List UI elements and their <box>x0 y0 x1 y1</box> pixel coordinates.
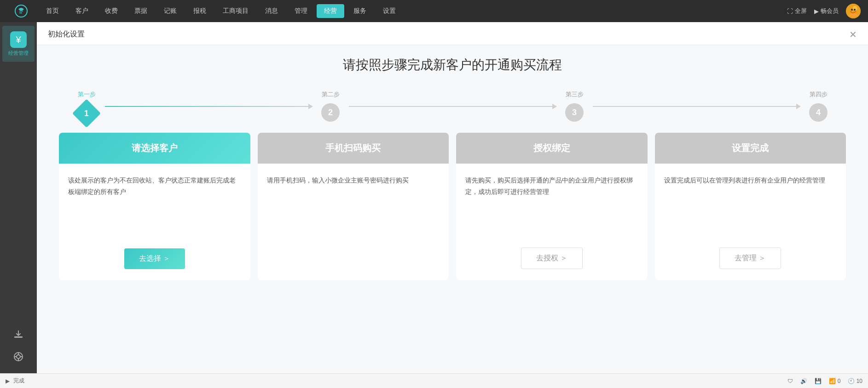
member-icon: ▶ <box>814 8 819 15</box>
card-step4: 设置完成 设置完成后可以在管理列表进行所有企业用户的经营管理 去管理 ＞ <box>655 133 846 280</box>
card3-body: 请先购买，购买后选择开通的产品中的企业用户进行授权绑定，成功后即可进行经营管理 <box>456 164 648 240</box>
page-title: 初始化设置 <box>48 29 85 39</box>
operation-icon: ¥ <box>10 31 27 48</box>
step-4: 第四步 4 <box>800 90 837 122</box>
nav-customer[interactable]: 客户 <box>68 4 96 18</box>
user-avatar[interactable] <box>846 4 861 18</box>
volume-icon: 🔊 <box>800 378 807 384</box>
step-2: 第二步 2 <box>312 90 349 122</box>
card-step1: 请选择客户 该处展示的客户为不在回收站、客户状态正常建账后完成老板端绑定的所有客… <box>59 133 250 280</box>
status-bar-right: 🛡 🔊 💾 📶 0 🕙 10 <box>787 378 862 384</box>
svg-point-4 <box>854 9 856 11</box>
card1-footer: 去选择 ＞ <box>59 241 250 280</box>
app-logo <box>7 4 35 18</box>
card4-footer: 去管理 ＞ <box>655 240 846 280</box>
content-body: 请按照步骤完成新客户的开通购买流程 第一步 1 <box>37 45 868 373</box>
card2-body: 请用手机扫码，输入小微企业主账号密码进行购买 <box>258 164 449 262</box>
svg-rect-5 <box>14 336 23 338</box>
step-3-label: 第三步 <box>566 90 584 99</box>
shield-icon: 🛡 <box>787 378 793 384</box>
step-2-label: 第二步 <box>322 90 340 99</box>
download-icon[interactable] <box>9 325 28 344</box>
svg-point-7 <box>17 355 20 359</box>
member-btn[interactable]: ▶ 畅会员 <box>814 7 839 15</box>
top-navigation: 首页 客户 收费 票据 记账 报税 工商项目 消息 管理 经营 服务 设置 ⛶ … <box>0 0 868 22</box>
nav-message[interactable]: 消息 <box>258 4 285 18</box>
step-line-1 <box>105 106 312 107</box>
step-4-circle: 4 <box>809 103 827 122</box>
logo-icon <box>14 4 29 18</box>
step-4-label: 第四步 <box>810 90 827 99</box>
step-line-2 <box>349 106 556 107</box>
card-step3: 授权绑定 请先购买，购买后选择开通的产品中的企业用户进行授权绑定，成功后即可进行… <box>456 133 648 280</box>
save-icon: 💾 <box>815 378 822 384</box>
nav-menu: 首页 客户 收费 票据 记账 报税 工商项目 消息 管理 经营 服务 设置 <box>39 4 787 18</box>
sidebar-item-label: 经营管理 <box>8 50 29 56</box>
arrow-3 <box>796 104 801 109</box>
nav-manage[interactable]: 管理 <box>287 4 315 18</box>
card2-header: 手机扫码购买 <box>258 133 449 164</box>
sidebar-item-operation[interactable]: ¥ 经营管理 <box>2 26 35 62</box>
nav-bill[interactable]: 票据 <box>127 4 155 18</box>
arrow-2 <box>552 104 557 109</box>
nav-accounting[interactable]: 记账 <box>156 4 184 18</box>
nav-tax[interactable]: 报税 <box>186 4 214 18</box>
step-1-label: 第一步 <box>78 90 96 99</box>
svg-point-3 <box>851 9 853 11</box>
cards-row: 请选择客户 该处展示的客户为不在回收站、客户状态正常建账后完成老板端绑定的所有客… <box>59 133 846 280</box>
step-3: 第三步 3 <box>556 90 593 122</box>
step-1: 第一步 1 <box>68 90 105 123</box>
play-icon: ▶ <box>6 378 10 384</box>
card4-header: 设置完成 <box>655 133 846 164</box>
card1-header: 请选择客户 <box>59 133 250 164</box>
fullscreen-btn[interactable]: ⛶ 全屏 <box>787 7 807 15</box>
go-select-button[interactable]: 去选择 ＞ <box>124 248 185 269</box>
nav-fee[interactable]: 收费 <box>98 4 125 18</box>
status-bar: ▶ 完成 🛡 🔊 💾 📶 0 🕙 10 <box>0 373 868 388</box>
go-auth-button[interactable]: 去授权 ＞ <box>521 247 583 269</box>
sidebar: ¥ 经营管理 <box>0 22 37 373</box>
nav-right-actions: ⛶ 全屏 ▶ 畅会员 <box>787 4 861 18</box>
member-label: 畅会员 <box>821 7 839 15</box>
nav-business[interactable]: 工商项目 <box>215 4 256 18</box>
card1-body: 该处展示的客户为不在回收站、客户状态正常建账后完成老板端绑定的所有客户 <box>59 164 250 241</box>
content-header: 初始化设置 ✕ <box>37 22 868 45</box>
card3-footer: 去授权 ＞ <box>456 240 648 280</box>
step-3-circle: 3 <box>565 103 584 122</box>
support-icon[interactable] <box>9 347 28 366</box>
clock-icon: 🕙 10 <box>848 378 862 384</box>
step-1-circle: 1 <box>72 99 101 128</box>
wizard-title: 请按照步骤完成新客户的开通购买流程 <box>59 56 846 74</box>
status-text: 完成 <box>13 377 24 385</box>
card-step2: 手机扫码购买 请用手机扫码，输入小微企业主账号密码进行购买 <box>258 133 449 280</box>
nav-operation[interactable]: 经营 <box>317 4 344 18</box>
step-2-circle: 2 <box>321 103 340 122</box>
arrow-1 <box>308 104 313 109</box>
go-manage-button[interactable]: 去管理 ＞ <box>719 247 781 269</box>
sidebar-bottom <box>0 325 37 373</box>
fullscreen-icon: ⛶ <box>787 8 793 15</box>
fullscreen-label: 全屏 <box>795 7 807 15</box>
nav-service[interactable]: 服务 <box>346 4 374 18</box>
close-button[interactable]: ✕ <box>849 30 857 39</box>
card3-header: 授权绑定 <box>456 133 648 164</box>
network-status: 📶 0 <box>829 378 840 384</box>
step-line-3 <box>593 106 800 107</box>
content-area: 初始化设置 ✕ 请按照步骤完成新客户的开通购买流程 第一步 1 <box>37 22 868 373</box>
card2-footer <box>258 262 449 280</box>
nav-home[interactable]: 首页 <box>39 4 66 18</box>
card4-body: 设置完成后可以在管理列表进行所有企业用户的经营管理 <box>655 164 846 240</box>
main-layout: ¥ 经营管理 <box>0 22 868 373</box>
nav-settings[interactable]: 设置 <box>376 4 403 18</box>
